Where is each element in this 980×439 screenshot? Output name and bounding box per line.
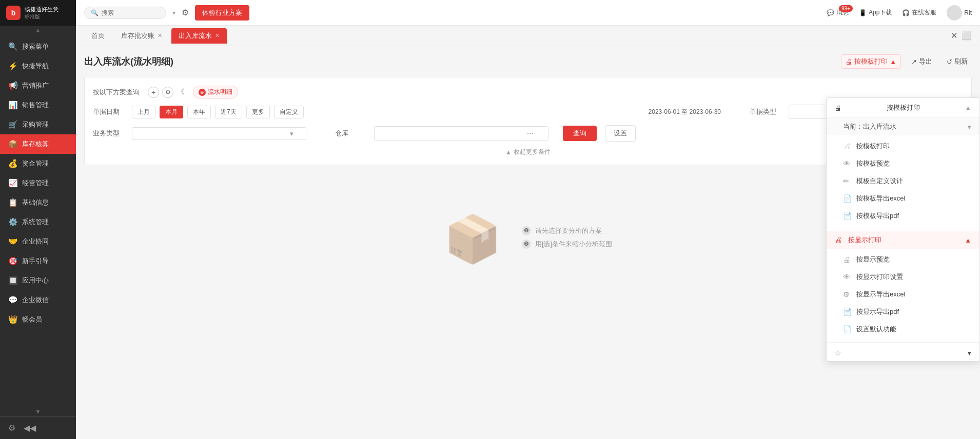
sidebar-item-search[interactable]: 🔍 搜索菜单 xyxy=(0,37,76,56)
search-input[interactable] xyxy=(102,9,160,16)
settings-button[interactable]: 设置 xyxy=(605,125,636,142)
newbie-icon: 🎯 xyxy=(8,256,18,266)
warehouse-select[interactable]: ··· xyxy=(374,126,548,141)
sidebar-item-sales[interactable]: 📊 销售管理 xyxy=(0,95,76,115)
user-avatar-item[interactable]: Rit xyxy=(947,5,972,21)
warehouse-more-icon[interactable]: ··· xyxy=(525,129,536,138)
sidebar-item-label: 系统管理 xyxy=(22,217,49,227)
online-service-item[interactable]: 🎧 在线客服 xyxy=(902,8,936,17)
search-box[interactable]: 🔍 xyxy=(84,7,166,19)
tab-flow-close-icon[interactable]: ✕ xyxy=(215,32,220,39)
dropdown-display-export-pdf[interactable]: 📄 设置默认功能 xyxy=(827,321,979,338)
filter-add-button[interactable]: + xyxy=(148,87,159,98)
filter-label: 按以下方案查询 xyxy=(93,88,140,97)
dropdown-display-export-excel[interactable]: 📄 按显示导出pdf xyxy=(827,303,979,321)
date-this-month-button[interactable]: 本月 xyxy=(160,106,183,118)
tab-maximize-icon[interactable]: ⬜ xyxy=(962,31,972,41)
pdf-icon: 📄 xyxy=(843,212,852,220)
export-icon: ↗ xyxy=(911,58,917,66)
set-default-chevron-icon: ▾ xyxy=(968,349,971,357)
filter-collapse-icon[interactable]: 《 xyxy=(177,87,185,97)
dropdown-template-export-pdf[interactable]: 📄 按模板导出pdf xyxy=(827,207,979,225)
dropdown-template-preview[interactable]: 👁 按模板预览 xyxy=(827,155,979,172)
sidebar-item-basic[interactable]: 📋 基础信息 xyxy=(0,193,76,212)
date-7days-button[interactable]: 近7天 xyxy=(215,106,242,118)
filter-setting-button[interactable]: ⚙ xyxy=(162,87,173,98)
tab-home-label: 首页 xyxy=(91,31,105,41)
dropdown-display-print[interactable]: 🖨 按显示预览 xyxy=(827,251,979,268)
date-custom-button[interactable]: 自定义 xyxy=(274,106,304,118)
dropdown-header[interactable]: 🖨 按模板打印 ▲ xyxy=(827,98,979,118)
sidebar-item-newbie[interactable]: 🎯 新手引导 xyxy=(0,251,76,271)
export-button[interactable]: ↗ 导出 xyxy=(907,55,936,68)
display-settings-icon: ⚙ xyxy=(843,290,852,298)
dropdown-template-custom[interactable]: ✏ 模板自定义设计 xyxy=(827,172,979,190)
purchase-icon: 🛒 xyxy=(8,120,18,129)
dropdown-display-preview[interactable]: 👁 按显示打印设置 xyxy=(827,268,979,286)
query-button[interactable]: 查询 xyxy=(563,126,597,141)
sidebar-settings-icon[interactable]: ⚙ xyxy=(8,423,15,433)
filter-tag-icon: ⊕ xyxy=(199,89,206,96)
dropdown-display-print-settings[interactable]: ⚙ 按显示导出excel xyxy=(827,286,979,303)
date-this-year-button[interactable]: 本年 xyxy=(187,106,211,118)
sidebar-item-label: 企业微信 xyxy=(22,295,49,305)
sidebar-item-shortcut[interactable]: ⚡ 快捷导航 xyxy=(0,56,76,76)
sidebar-item-apps[interactable]: 🔲 应用中心 xyxy=(0,271,76,290)
business-type-select[interactable]: ▾ xyxy=(132,127,306,140)
sidebar-item-collab[interactable]: 🤝 企业协同 xyxy=(0,232,76,251)
sidebar-collapse-icon[interactable]: ◀◀ xyxy=(24,423,36,433)
print-chevron-icon[interactable]: ▲ xyxy=(890,58,896,66)
sidebar-item-system[interactable]: ⚙️ 系统管理 xyxy=(0,212,76,232)
tab-flow[interactable]: 出入库流水 ✕ xyxy=(171,28,227,44)
sidebar-item-wechat[interactable]: 💬 企业微信 xyxy=(0,290,76,310)
date-more-button[interactable]: 更多 xyxy=(246,106,270,118)
collapse-label: 收起更多条件 xyxy=(514,148,551,156)
date-label: 单据日期 xyxy=(93,107,124,116)
sidebar-item-finance[interactable]: 💰 资金管理 xyxy=(0,154,76,173)
date-filters: 上月 本月 本年 近7天 更多 自定义 xyxy=(132,106,640,118)
display-printer-icon: 🖨 xyxy=(843,255,852,264)
display-pdf-icon: 📄 xyxy=(843,325,852,333)
sidebar-item-label: 畅会员 xyxy=(22,315,42,324)
refresh-button[interactable]: ↺ 刷新 xyxy=(943,55,972,68)
tab-batch[interactable]: 库存批次账 ✕ xyxy=(114,28,169,44)
dropdown-set-default[interactable]: ☆ ▾ xyxy=(827,345,979,361)
sidebar-item-label: 快捷导航 xyxy=(22,62,49,71)
sidebar: b 畅捷通好生意 标准版 ▲ 🔍 搜索菜单 ⚡ 快捷导航 📢 营销推广 📊 销售… xyxy=(0,0,76,439)
dropdown-display-section-header[interactable]: 🖨 按显示打印 ▲ xyxy=(827,231,979,249)
sidebar-scroll-up-icon[interactable]: ▲ xyxy=(35,27,41,34)
search-icon: 🔍 xyxy=(91,9,99,16)
headset-icon: 🎧 xyxy=(902,9,910,16)
sidebar-item-operations[interactable]: 📈 经营管理 xyxy=(0,173,76,193)
date-last-month-button[interactable]: 上月 xyxy=(132,106,155,118)
empty-icon: 📦 xyxy=(444,212,501,266)
sidebar-item-purchase[interactable]: 🛒 采购管理 xyxy=(0,115,76,134)
date-range: 2023-06-01 至 2023-06-30 xyxy=(649,108,721,116)
business-type-label: 业务类型 xyxy=(93,129,124,138)
page-header: 出入库流水(流水明细) 🖨 按模板打印 ▲ ↗ 导出 ↺ 刷新 xyxy=(84,54,972,69)
inventory-icon: 📦 xyxy=(8,139,18,149)
search-chevron-icon[interactable]: ▾ xyxy=(172,9,175,16)
tab-close-all-icon[interactable]: ✕ xyxy=(951,31,957,41)
dropdown-current: 当前：出入库流水 ▾ xyxy=(827,118,979,135)
trial-button[interactable]: 体验行业方案 xyxy=(195,5,249,21)
app-download-item[interactable]: 📱 App下载 xyxy=(859,8,892,17)
filter-tag-item[interactable]: ⊕ 流水明细 xyxy=(193,86,238,98)
print-template-label: 按模板打印 xyxy=(854,57,888,66)
user-avatar xyxy=(947,5,962,21)
sidebar-item-marketing[interactable]: 📢 营销推广 xyxy=(0,76,76,95)
dropdown-template-print[interactable]: 🖨 按模板打印 xyxy=(827,137,979,155)
topbar-icons: 💬 消息 99+ 📱 App下载 🎧 在线客服 Rit xyxy=(827,5,972,21)
tab-home[interactable]: 首页 xyxy=(84,28,112,44)
dropdown-template-export-excel[interactable]: 📄 按模板导出excel xyxy=(827,190,979,207)
sidebar-scroll-down-icon[interactable]: ▼ xyxy=(35,408,41,415)
sales-icon: 📊 xyxy=(8,101,18,110)
print-template-button[interactable]: 🖨 按模板打印 ▲ xyxy=(841,54,901,69)
tab-batch-close-icon[interactable]: ✕ xyxy=(158,32,162,39)
sidebar-item-vip[interactable]: 👑 畅会员 xyxy=(0,310,76,329)
sidebar-item-inventory[interactable]: 📦 库存核算 xyxy=(0,134,76,154)
notification-item[interactable]: 💬 消息 99+ xyxy=(827,8,849,17)
app-download-label: App下载 xyxy=(869,8,892,17)
topbar-gear-icon[interactable]: ⚙ xyxy=(182,8,189,17)
filter-actions: + ⚙ 《 xyxy=(148,87,185,98)
